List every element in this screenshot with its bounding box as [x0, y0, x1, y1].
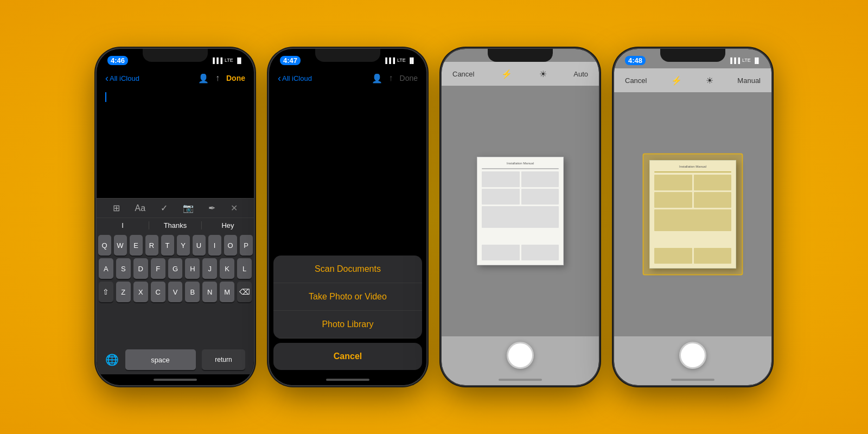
- draw-icon[interactable]: ✒: [208, 203, 215, 213]
- done-button-1[interactable]: Done: [226, 74, 245, 82]
- key-u[interactable]: U: [193, 235, 206, 256]
- screen-3: Cancel ⚡ ☀ Auto Installation Manual: [442, 49, 599, 385]
- key-g[interactable]: G: [168, 258, 183, 279]
- time-1: 4:46: [107, 56, 128, 65]
- network-label: LTE: [225, 58, 233, 63]
- doc-cell-4: [521, 189, 559, 205]
- cancel-button-4[interactable]: Cancel: [625, 76, 647, 85]
- signal-icon-2: ▐▐▐: [384, 58, 395, 63]
- camera-viewfinder-4: Installation Manual: [614, 92, 771, 336]
- backspace-key[interactable]: ⌫: [237, 282, 252, 302]
- key-e[interactable]: E: [130, 235, 143, 256]
- profile-icon[interactable]: 👤: [198, 73, 209, 84]
- notes-content-1[interactable]: [97, 88, 254, 198]
- key-row-2: A S D F G H J K L: [99, 258, 252, 279]
- close-keyboard-icon[interactable]: ✕: [231, 203, 238, 213]
- key-l[interactable]: L: [237, 258, 252, 279]
- key-t[interactable]: T: [161, 235, 174, 256]
- key-c[interactable]: C: [151, 282, 165, 302]
- text-cursor-1: [105, 92, 106, 102]
- key-r[interactable]: R: [145, 235, 158, 256]
- shutter-button-4[interactable]: [679, 342, 706, 369]
- key-p[interactable]: P: [240, 235, 253, 256]
- space-key[interactable]: space: [125, 349, 196, 370]
- flash-icon-4[interactable]: ⚡: [671, 75, 682, 86]
- keyboard-1: Q W E R T Y U I O P A S D F G H J K L: [97, 233, 254, 347]
- network-label-4: LTE: [742, 58, 751, 63]
- key-k[interactable]: K: [220, 258, 234, 279]
- home-bar-3: [499, 379, 542, 381]
- brightness-icon-4[interactable]: ☀: [706, 75, 713, 86]
- photo-library-button[interactable]: Photo Library: [273, 311, 422, 339]
- back-button-2[interactable]: All iCloud: [278, 73, 312, 84]
- nav-actions-1: 👤 ↑ Done: [198, 73, 245, 84]
- key-d[interactable]: D: [133, 258, 148, 279]
- phone-2: 4:47 ▐▐▐ LTE ▐▌ All iCloud 👤 ↑ Done Scan…: [269, 49, 426, 385]
- pred-2[interactable]: Thanks: [149, 221, 202, 229]
- camera-mode-4[interactable]: Manual: [737, 76, 761, 85]
- brightness-icon-3[interactable]: ☀: [539, 69, 547, 79]
- key-q[interactable]: Q: [98, 235, 111, 256]
- key-f[interactable]: F: [151, 258, 165, 279]
- grid-icon[interactable]: ⊞: [113, 203, 120, 213]
- key-x[interactable]: X: [133, 282, 148, 302]
- take-photo-button[interactable]: Take Photo or Video: [273, 283, 422, 311]
- key-s[interactable]: S: [116, 258, 131, 279]
- key-o[interactable]: O: [224, 235, 237, 256]
- home-indicator-1: [97, 374, 254, 385]
- battery-icon-2: ▐▌: [408, 58, 416, 63]
- doc-grid-4: [654, 175, 731, 264]
- pred-3[interactable]: Hey: [202, 221, 254, 229]
- key-z[interactable]: Z: [116, 282, 131, 302]
- checklist-icon[interactable]: ✓: [161, 203, 168, 213]
- notch-2: [315, 49, 380, 62]
- screen-2: 4:47 ▐▐▐ LTE ▐▌ All iCloud 👤 ↑ Done Scan…: [269, 49, 426, 385]
- phone-1: 4:46 ▐▐▐ LTE ▐▌ All iCloud 👤 ↑ Done ⊞ Aa…: [97, 49, 254, 385]
- time-4: 4:48: [625, 56, 646, 65]
- time-2: 4:47: [280, 56, 301, 65]
- key-v[interactable]: V: [168, 282, 183, 302]
- key-j[interactable]: J: [202, 258, 217, 279]
- key-w[interactable]: W: [114, 235, 127, 256]
- home-bar-2: [326, 379, 369, 381]
- profile-icon-2[interactable]: 👤: [372, 73, 382, 84]
- back-button-1[interactable]: All iCloud: [105, 73, 139, 84]
- key-b[interactable]: B: [185, 282, 200, 302]
- key-y[interactable]: Y: [177, 235, 190, 256]
- key-n[interactable]: N: [202, 282, 217, 302]
- status-icons-4: ▐▐▐ LTE ▐▌: [729, 58, 761, 63]
- cancel-button-3[interactable]: Cancel: [452, 70, 474, 78]
- doc-cell-5: [482, 206, 559, 228]
- cancel-button-2[interactable]: Cancel: [273, 343, 422, 370]
- key-h[interactable]: H: [185, 258, 200, 279]
- share-icon-2[interactable]: ↑: [389, 73, 393, 83]
- shutter-button-3[interactable]: [507, 342, 534, 369]
- scan-documents-button[interactable]: Scan Documents: [273, 256, 422, 283]
- shutter-area-3: [442, 336, 599, 374]
- camera-toolbar-icon[interactable]: 📷: [183, 203, 194, 213]
- emoji-key[interactable]: 🌐: [105, 353, 119, 366]
- status-icons-2: ▐▐▐ LTE ▐▌: [384, 58, 416, 63]
- battery-icon-4: ▐▌: [753, 58, 761, 63]
- home-indicator-4: [614, 374, 771, 385]
- doc-cell-4-2: [694, 175, 732, 190]
- flash-icon-3[interactable]: ⚡: [501, 69, 512, 79]
- key-i[interactable]: I: [208, 235, 221, 256]
- screen-4: 4:48 ▐▐▐ LTE ▐▌ Cancel ⚡ ☀ Manual Instal…: [614, 49, 771, 385]
- key-m[interactable]: M: [220, 282, 234, 302]
- return-key[interactable]: return: [202, 349, 245, 370]
- key-row-1: Q W E R T Y U I O P: [99, 235, 252, 256]
- document-preview-4: Installation Manual: [649, 160, 736, 269]
- pred-1[interactable]: I: [97, 221, 149, 229]
- signal-icon-4: ▐▐▐: [729, 58, 740, 63]
- action-sheet: Scan Documents Take Photo or Video Photo…: [273, 256, 422, 339]
- shift-key[interactable]: ⇧: [99, 282, 113, 302]
- doc-cell-4-5: [654, 209, 731, 231]
- camera-mode-3[interactable]: Auto: [573, 70, 588, 78]
- shutter-area-4: [614, 336, 771, 374]
- format-icon[interactable]: Aa: [135, 203, 146, 213]
- key-a[interactable]: A: [99, 258, 113, 279]
- share-icon[interactable]: ↑: [215, 73, 220, 83]
- phone-4: 4:48 ▐▐▐ LTE ▐▌ Cancel ⚡ ☀ Manual Instal…: [614, 49, 771, 385]
- done-button-2[interactable]: Done: [400, 74, 418, 82]
